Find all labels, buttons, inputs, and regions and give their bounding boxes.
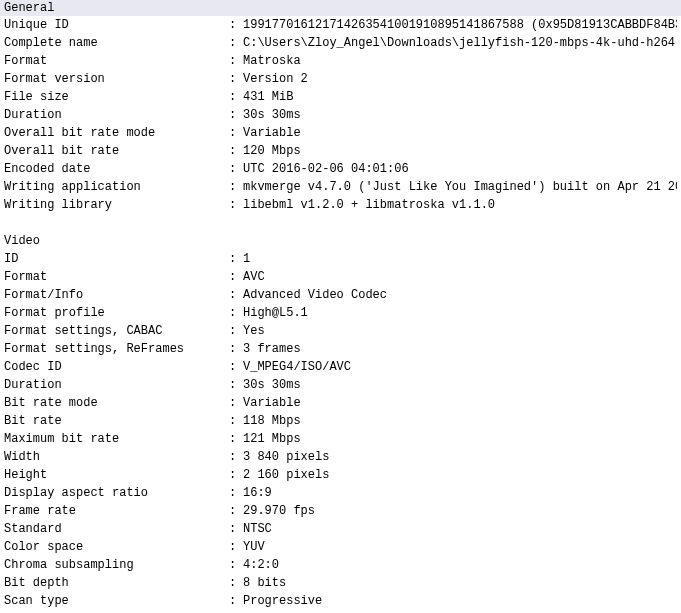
property-value: 199177016121714263541001910895141867588 …	[243, 16, 677, 34]
property-label: ID	[4, 250, 229, 268]
section-title-general: General	[4, 1, 54, 15]
property-separator: :	[229, 376, 243, 394]
property-separator: :	[229, 142, 243, 160]
property-row: Format:Matroska	[4, 52, 677, 70]
property-row: Writing library:libebml v1.2.0 + libmatr…	[4, 196, 677, 214]
property-label: Format	[4, 52, 229, 70]
blank-spacer	[0, 214, 681, 232]
property-label: File size	[4, 88, 229, 106]
section-header-general: General	[0, 0, 681, 16]
property-row: Duration:30s 30ms	[4, 376, 677, 394]
property-label: Unique ID	[4, 16, 229, 34]
property-row: Width:3 840 pixels	[4, 448, 677, 466]
property-value: mkvmerge v4.7.0 ('Just Like You Imagined…	[243, 178, 677, 196]
property-value: Matroska	[243, 52, 301, 70]
property-separator: :	[229, 448, 243, 466]
property-label: Complete name	[4, 34, 229, 52]
property-label: Width	[4, 448, 229, 466]
property-value: 30s 30ms	[243, 106, 301, 124]
property-row: Bit depth:8 bits	[4, 574, 677, 592]
property-label: Scan type	[4, 592, 229, 610]
property-row: File size:431 MiB	[4, 88, 677, 106]
property-value: 3 frames	[243, 340, 301, 358]
property-value: 431 MiB	[243, 88, 293, 106]
video-section: Video ID:1Format:AVCFormat/Info:Advanced…	[0, 232, 681, 613]
property-label: Format/Info	[4, 286, 229, 304]
property-label: Encoded date	[4, 160, 229, 178]
property-label: Duration	[4, 106, 229, 124]
property-value: 1	[243, 250, 250, 268]
property-value: 2 160 pixels	[243, 466, 329, 484]
property-row: Bit rate mode:Variable	[4, 394, 677, 412]
property-separator: :	[229, 502, 243, 520]
property-separator: :	[229, 268, 243, 286]
property-separator: :	[229, 322, 243, 340]
property-separator: :	[229, 556, 243, 574]
property-label: Format settings, ReFrames	[4, 340, 229, 358]
property-separator: :	[229, 340, 243, 358]
property-label: Bit depth	[4, 574, 229, 592]
property-label: Overall bit rate mode	[4, 124, 229, 142]
property-separator: :	[229, 394, 243, 412]
property-separator: :	[229, 286, 243, 304]
property-label: Writing library	[4, 196, 229, 214]
property-label: Writing application	[4, 178, 229, 196]
property-label: Format profile	[4, 304, 229, 322]
property-separator: :	[229, 430, 243, 448]
property-separator: :	[229, 466, 243, 484]
property-separator: :	[229, 124, 243, 142]
property-label: Maximum bit rate	[4, 430, 229, 448]
property-value: Variable	[243, 124, 301, 142]
property-label: Duration	[4, 376, 229, 394]
property-separator: :	[229, 538, 243, 556]
section-title-video: Video	[4, 232, 229, 250]
property-row: Height:2 160 pixels	[4, 466, 677, 484]
property-label: Overall bit rate	[4, 142, 229, 160]
property-value: High@L5.1	[243, 304, 308, 322]
property-value: 30s 30ms	[243, 376, 301, 394]
property-row: Bit rate:118 Mbps	[4, 412, 677, 430]
property-value: Advanced Video Codec	[243, 286, 387, 304]
property-row: Format profile:High@L5.1	[4, 304, 677, 322]
property-label: Standard	[4, 520, 229, 538]
property-row: Standard:NTSC	[4, 520, 677, 538]
property-separator: :	[229, 304, 243, 322]
property-row: Format:AVC	[4, 268, 677, 286]
property-value: Version 2	[243, 70, 308, 88]
property-value: 4:2:0	[243, 556, 279, 574]
property-row: Writing application:mkvmerge v4.7.0 ('Ju…	[4, 178, 677, 196]
property-separator: :	[229, 358, 243, 376]
property-value: YUV	[243, 538, 265, 556]
property-row: Overall bit rate mode:Variable	[4, 124, 677, 142]
general-content: Unique ID:199177016121714263541001910895…	[0, 16, 681, 214]
property-row: Duration:30s 30ms	[4, 106, 677, 124]
property-row: Format settings, CABAC:Yes	[4, 322, 677, 340]
video-header-row: Video	[4, 232, 677, 250]
property-separator: :	[229, 484, 243, 502]
property-value: libebml v1.2.0 + libmatroska v1.1.0	[243, 196, 495, 214]
property-value: Progressive	[243, 592, 322, 610]
property-separator: :	[229, 88, 243, 106]
property-separator: :	[229, 70, 243, 88]
property-separator: :	[229, 592, 243, 610]
property-row: Maximum bit rate:121 Mbps	[4, 430, 677, 448]
property-value: Yes	[243, 322, 265, 340]
property-row: Codec ID:V_MPEG4/ISO/AVC	[4, 358, 677, 376]
property-row: Complete name:C:\Users\Zloy_Angel\Downlo…	[4, 34, 677, 52]
property-value: 118 Mbps	[243, 412, 301, 430]
property-label: Bit rate mode	[4, 394, 229, 412]
property-label: Bit rate	[4, 412, 229, 430]
property-separator: :	[229, 16, 243, 34]
property-separator: :	[229, 250, 243, 268]
property-label: Color space	[4, 538, 229, 556]
property-value: C:\Users\Zloy_Angel\Downloads\jellyfish-…	[243, 34, 677, 52]
property-value: 16:9	[243, 484, 272, 502]
property-row: Chroma subsampling:4:2:0	[4, 556, 677, 574]
property-row: Display aspect ratio:16:9	[4, 484, 677, 502]
property-label: Format	[4, 268, 229, 286]
property-row: Overall bit rate:120 Mbps	[4, 142, 677, 160]
property-row: Color space:YUV	[4, 538, 677, 556]
property-value: UTC 2016-02-06 04:01:06	[243, 160, 409, 178]
property-separator: :	[229, 520, 243, 538]
property-label: Format settings, CABAC	[4, 322, 229, 340]
